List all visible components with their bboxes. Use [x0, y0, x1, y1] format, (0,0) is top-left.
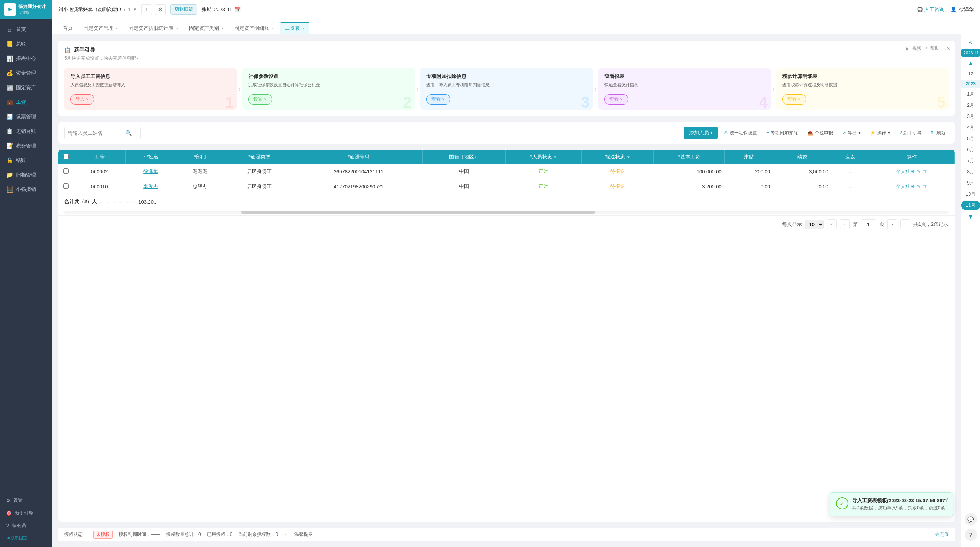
tab-close-fixed-assets-mgmt[interactable]: ×	[116, 26, 118, 31]
calendar-down-btn[interactable]: ▼	[966, 212, 975, 222]
tax-report-btn[interactable]: 📤 个税申报	[804, 128, 836, 138]
month-10[interactable]: 10月	[961, 189, 980, 199]
guide-step-5-btn[interactable]: 查看＞	[782, 94, 806, 105]
refresh-btn[interactable]: ↻ 刷新	[928, 128, 949, 138]
tab-home[interactable]: 首页	[58, 23, 77, 34]
tab-fixed-assets-mgmt[interactable]: 固定资产管理 ×	[79, 23, 122, 34]
row1-edit-btn[interactable]: ✎	[917, 169, 921, 174]
unpin-sidebar[interactable]: ◄取消固定	[0, 532, 52, 544]
search-box[interactable]: 🔍	[64, 127, 141, 139]
switch-version-btn[interactable]: 切到旧版	[170, 4, 197, 15]
calendar-expand-btn[interactable]: «	[967, 38, 974, 47]
sidebar-item-closing[interactable]: 🔒 结账	[0, 153, 52, 168]
search-icon[interactable]: 🔍	[125, 130, 132, 136]
prev-page-btn[interactable]: ‹	[840, 219, 850, 229]
account-selector[interactable]: 刘小艳演示账套（勿删勿动！）1 ▼	[58, 6, 137, 13]
row1-select-checkbox[interactable]	[63, 168, 69, 174]
calendar-up-btn[interactable]: ▲	[966, 58, 975, 68]
month-3[interactable]: 3月	[961, 112, 980, 121]
row2-select-checkbox[interactable]	[63, 183, 69, 189]
toast-close-btn[interactable]: ×	[946, 496, 949, 502]
col-name[interactable]: ↕ *姓名	[125, 150, 176, 164]
sidebar-item-vip[interactable]: V 畅会员	[0, 519, 52, 532]
row1-payable: --	[831, 164, 869, 179]
sidebar-item-purchase-sales[interactable]: 📋 进销台账	[0, 124, 52, 139]
tab-close-fixed-category[interactable]: ×	[221, 26, 224, 31]
export-btn[interactable]: ↗ 导出 ▾	[839, 128, 864, 138]
sidebar-item-guide[interactable]: 🎯 新手引导	[0, 507, 52, 519]
col-report-status[interactable]: 报送状态 ▼	[582, 150, 654, 164]
month-7[interactable]: 7月	[961, 156, 980, 166]
row2-delete-btn[interactable]: 🗑	[923, 184, 928, 189]
first-page-btn[interactable]: «	[827, 219, 837, 229]
month-4[interactable]: 4月	[961, 123, 980, 132]
sidebar-item-funds[interactable]: 💰 资金管理	[0, 66, 52, 80]
feedback-icon-btn[interactable]: 💬	[965, 513, 977, 526]
row2-checkbox[interactable]	[58, 179, 74, 194]
help-icon-btn[interactable]: ?	[965, 529, 977, 541]
search-input[interactable]	[68, 130, 125, 136]
row1-delete-btn[interactable]: 🗑	[923, 169, 928, 174]
operations-btn[interactable]: ⚡ 操作 ▾	[867, 128, 893, 138]
guide-step-3-btn[interactable]: 查看＞	[426, 94, 450, 105]
tab-fixed-category[interactable]: 固定资产类别 ×	[185, 23, 228, 34]
month-5[interactable]: 5月	[961, 134, 980, 144]
row2-social-security-btn[interactable]: 个人社保	[896, 183, 915, 190]
tab-fixed-detail[interactable]: 固定资产明细账 ×	[230, 23, 278, 34]
status-filter-icon[interactable]: ▼	[553, 155, 557, 159]
sidebar-item-invoices[interactable]: 🧾 发票管理	[0, 109, 52, 124]
tab-payroll[interactable]: 工资表 ×	[280, 22, 309, 34]
month-2[interactable]: 2月	[961, 101, 980, 110]
row1-name[interactable]: 徐泽华	[125, 164, 176, 179]
row2-name[interactable]: 李俊杰	[125, 179, 176, 194]
month-8[interactable]: 8月	[961, 167, 980, 177]
user-menu[interactable]: 👤 徐泽华	[951, 6, 974, 13]
period-value[interactable]: 2023-11	[214, 7, 232, 12]
month-9[interactable]: 9月	[961, 178, 980, 188]
guide-close-btn[interactable]: ×	[947, 45, 950, 52]
select-all-checkbox[interactable]	[63, 154, 69, 159]
sidebar-item-ledger[interactable]: 📒 总账	[0, 37, 52, 51]
sidebar-item-payroll[interactable]: 💼 工资	[0, 95, 52, 109]
last-page-btn[interactable]: »	[900, 219, 910, 229]
sidebar-item-archive[interactable]: 📁 归档管理	[0, 168, 52, 182]
sidebar-item-tax[interactable]: 📝 税务管理	[0, 139, 52, 153]
sidebar-item-home[interactable]: ⌂ 首页	[0, 22, 52, 37]
period-label: 账期	[202, 6, 212, 13]
next-page-btn[interactable]: ›	[887, 219, 897, 229]
social-security-btn[interactable]: ⚙ 统一社保设置	[721, 128, 760, 138]
horizontal-scrollbar[interactable]	[64, 211, 949, 214]
tab-depreciation[interactable]: 固定资产折旧统计表 ×	[124, 23, 183, 34]
new-guide-btn[interactable]: ? 新手引导	[896, 128, 925, 138]
auth-label: 授权状态：	[64, 531, 87, 538]
tab-close-depreciation[interactable]: ×	[176, 26, 178, 31]
col-status[interactable]: *人员状态 ▼	[505, 150, 582, 164]
per-page-select[interactable]: 10 20 50	[805, 220, 824, 229]
add-person-btn[interactable]: 添加人员 ▾	[684, 127, 718, 139]
report-filter-icon[interactable]: ▼	[627, 155, 630, 159]
tab-close-payroll[interactable]: ×	[302, 26, 304, 31]
tab-close-fixed-detail[interactable]: ×	[271, 26, 274, 31]
special-deduction-btn[interactable]: + 专项附加扣除	[763, 128, 801, 138]
month-1[interactable]: 1月	[961, 90, 980, 99]
guide-step-2-btn[interactable]: 设置＞	[248, 94, 272, 105]
guide-step-4-btn[interactable]: 查看＞	[604, 94, 628, 105]
settings-btn[interactable]: ⚙	[155, 4, 166, 15]
recharge-btn[interactable]: 去充值	[935, 531, 949, 538]
ai-support-btn[interactable]: 🎧 人工咨询	[917, 6, 944, 13]
row1-checkbox[interactable]	[58, 164, 74, 179]
sidebar-item-settings[interactable]: ⚙ 设置	[0, 494, 52, 507]
month-11-active[interactable]: 11月	[961, 201, 980, 210]
sidebar-item-reports[interactable]: 📊 报表中心	[0, 51, 52, 66]
guide-step-1-btn[interactable]: 导入＞	[70, 94, 94, 105]
month-12[interactable]: 12	[961, 70, 980, 78]
calendar-icon[interactable]: 📅	[235, 7, 241, 12]
sidebar-item-expense[interactable]: 🧮 小畅报销	[0, 182, 52, 197]
add-account-btn[interactable]: +	[141, 4, 152, 15]
select-all-col[interactable]	[58, 150, 74, 164]
row1-social-security-btn[interactable]: 个人社保	[896, 168, 915, 175]
page-number-input[interactable]	[861, 219, 876, 229]
sidebar-item-fixed-assets[interactable]: 🏢 固定资产	[0, 80, 52, 95]
row2-edit-btn[interactable]: ✎	[917, 184, 921, 189]
month-6[interactable]: 6月	[961, 145, 980, 155]
